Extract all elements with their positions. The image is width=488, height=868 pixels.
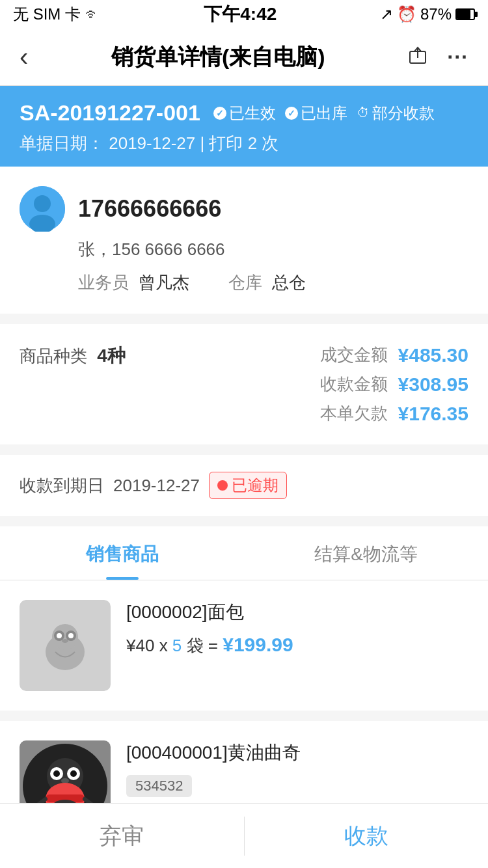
customer-section: 17666666666 张，156 6666 6666 业务员 曾凡杰 仓库 总… [0, 167, 488, 314]
status-tag-effective: ✓ 已生效 [213, 103, 276, 124]
status-tag-partial: ⏱ 部分收款 [357, 103, 435, 124]
product-types-value: 4种 [97, 346, 126, 366]
received-amount-label: 收款金额 [320, 373, 388, 396]
bread-multiply: x [159, 636, 172, 655]
status-bar: 无 SIM 卡 ᯤ 下午4:42 ↗ ⏰ 87% [0, 0, 488, 29]
svg-point-10 [68, 633, 74, 638]
effective-label: 已生效 [229, 103, 276, 124]
product-types-label: 商品种类 [20, 346, 87, 366]
stats-section: 商品种类 4种 成交金额 ¥485.30 收款金额 ¥308.95 本单欠款 ¥… [0, 324, 488, 444]
back-button[interactable]: ‹ [20, 42, 28, 72]
stats-right: 成交金额 ¥485.30 收款金额 ¥308.95 本单欠款 ¥176.35 [320, 344, 468, 425]
tabs-container: 销售商品 结算&物流等 [0, 526, 488, 580]
product-types-row: 商品种类 4种 [20, 344, 126, 368]
product-name-cookie: [000400001]黄油曲奇 [126, 740, 468, 765]
tab-settlement-logistics[interactable]: 结算&物流等 [244, 526, 488, 580]
shipped-label: 已出库 [301, 103, 347, 124]
bread-quantity: 5 [172, 636, 182, 655]
salesperson-value: 曾凡杰 [139, 273, 189, 292]
order-id: SA-20191227-001 [20, 100, 200, 126]
deal-amount-label: 成交金额 [320, 344, 388, 366]
product-name-bread: [0000002]面包 [126, 600, 468, 625]
date-label: 单据日期： [20, 133, 104, 153]
owed-amount-label: 本单欠款 [320, 402, 388, 425]
battery-icon [455, 8, 475, 20]
status-tag-shipped: ✓ 已出库 [285, 103, 347, 124]
due-date-section: 收款到期日 2019-12-27 已逾期 [0, 455, 488, 516]
order-header: SA-20191227-001 ✓ 已生效 ✓ 已出库 ⏱ 部分收款 单据日期：… [0, 86, 488, 167]
collect-payment-label: 收款 [344, 821, 388, 851]
salesperson-label: 业务员 [78, 273, 129, 292]
status-left: 无 SIM 卡 ᯤ [13, 4, 101, 25]
overdue-label: 已逾期 [232, 475, 278, 496]
owed-amount-value: ¥176.35 [398, 403, 468, 425]
svg-point-16 [53, 770, 60, 777]
share-icon[interactable] [408, 45, 427, 69]
abandon-review-button[interactable]: 弃审 [0, 804, 244, 868]
status-right: ↗ ⏰ 87% [380, 5, 475, 23]
salesperson-field: 业务员 曾凡杰 [78, 271, 189, 294]
partial-icon: ⏱ [357, 105, 370, 120]
tab-sales-products[interactable]: 销售商品 [0, 526, 244, 580]
svg-point-18 [61, 778, 69, 783]
received-amount-value: ¥308.95 [398, 373, 468, 396]
product-image-bread [20, 600, 111, 691]
received-amount-row: 收款金额 ¥308.95 [320, 373, 468, 396]
product-item: [0000002]面包 ¥40 x 5 袋 = ¥199.99 [0, 580, 488, 711]
bread-price: ¥40 [126, 636, 154, 655]
nav-actions: ··· [408, 45, 468, 69]
nav-bar: ‹ 销货单详情(来自电脑) ··· [0, 29, 488, 86]
customer-meta: 业务员 曾凡杰 仓库 总仓 [78, 271, 468, 294]
customer-header-row: 17666666666 [20, 186, 468, 232]
partial-label: 部分收款 [372, 103, 435, 124]
product-price-bread: ¥40 x 5 袋 = ¥199.99 [126, 634, 468, 657]
bread-unit: 袋 [187, 636, 204, 655]
svg-point-9 [57, 633, 62, 638]
deal-amount-value: ¥485.30 [398, 344, 468, 366]
shipped-icon: ✓ [285, 107, 298, 120]
bottom-bar: 弃审 收款 [0, 803, 488, 868]
product-info-bread: [0000002]面包 ¥40 x 5 袋 = ¥199.99 [126, 600, 468, 657]
page-title: 销货单详情(来自电脑) [111, 42, 325, 72]
warehouse-field: 仓库 总仓 [228, 271, 306, 294]
product-tag-cookie: 534532 [126, 775, 192, 797]
customer-avatar [20, 186, 65, 232]
deal-amount-row: 成交金额 ¥485.30 [320, 344, 468, 366]
effective-icon: ✓ [213, 107, 226, 120]
order-status-row: SA-20191227-001 ✓ 已生效 ✓ 已出库 ⏱ 部分收款 [20, 100, 468, 126]
abandon-review-label: 弃审 [100, 821, 144, 851]
customer-phone: 17666666666 [78, 195, 221, 223]
alarm-icon: ⏰ [397, 5, 416, 23]
due-date-label: 收款到期日 [20, 474, 104, 497]
overdue-dot-icon [217, 480, 228, 491]
warehouse-label: 仓库 [228, 273, 262, 292]
location-icon: ↗ [380, 5, 393, 23]
overdue-badge: 已逾期 [209, 472, 287, 499]
status-time: 下午4:42 [204, 2, 277, 27]
warehouse-value: 总仓 [272, 273, 306, 292]
collect-payment-button[interactable]: 收款 [245, 804, 489, 868]
stats-left: 商品种类 4种 [20, 344, 126, 368]
date-value: 2019-12-27 [109, 133, 195, 153]
bread-equals: = [208, 636, 223, 655]
print-info: | 打印 2 次 [200, 133, 278, 153]
battery-label: 87% [420, 5, 452, 23]
bread-total: ¥199.99 [223, 634, 293, 655]
svg-point-17 [70, 770, 77, 777]
svg-point-11 [62, 639, 68, 643]
more-icon[interactable]: ··· [447, 45, 468, 69]
customer-subinfo: 张，156 6666 6666 [78, 238, 468, 261]
owed-amount-row: 本单欠款 ¥176.35 [320, 402, 468, 425]
svg-point-3 [34, 195, 51, 212]
order-date-row: 单据日期： 2019-12-27 | 打印 2 次 [20, 132, 468, 155]
status-tags: ✓ 已生效 ✓ 已出库 ⏱ 部分收款 [213, 103, 435, 124]
due-date-value: 2019-12-27 [113, 476, 200, 496]
no-sim-label: 无 SIM 卡 ᯤ [13, 4, 101, 25]
